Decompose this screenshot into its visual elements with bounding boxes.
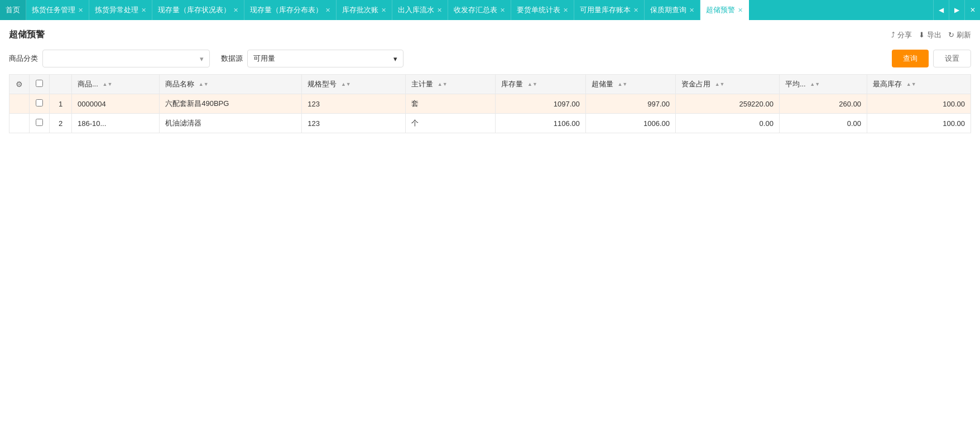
close-recv-send[interactable]: ✕ bbox=[500, 7, 505, 14]
row-code: 0000004 bbox=[72, 94, 160, 114]
nav-inventory-batch[interactable]: 库存批次账 ✕ bbox=[337, 0, 392, 20]
row-checkbox[interactable] bbox=[36, 119, 43, 126]
row-spec: 123 bbox=[302, 114, 406, 133]
category-select[interactable]: ▾ bbox=[42, 50, 210, 67]
row-gear-cell bbox=[9, 114, 30, 133]
row-gear-cell bbox=[9, 94, 30, 114]
row-num: 1 bbox=[50, 94, 72, 114]
th-capital[interactable]: 资金占用 ▲▼ bbox=[676, 75, 780, 94]
sort-max-stock-icon: ▲▼ bbox=[906, 82, 916, 87]
nav-inventory-status[interactable]: 现存量（库存状况表） ✕ bbox=[152, 0, 244, 20]
row-unit: 个 bbox=[406, 114, 496, 133]
row-max-stock: 100.00 bbox=[867, 94, 971, 114]
th-num bbox=[50, 75, 72, 94]
datasource-label: 数据源 bbox=[221, 54, 243, 64]
nav-inout-flow[interactable]: 出入库流水 ✕ bbox=[392, 0, 448, 20]
row-avg: 260.00 bbox=[779, 94, 867, 114]
sort-unit-icon: ▲▼ bbox=[438, 82, 448, 87]
sort-overflow-icon: ▲▼ bbox=[617, 82, 627, 87]
row-unit: 套 bbox=[406, 94, 496, 114]
sort-stock-icon: ▲▼ bbox=[527, 82, 537, 87]
filter-actions: 查询 设置 bbox=[892, 50, 971, 67]
th-avg[interactable]: 平均... ▲▼ bbox=[779, 75, 867, 94]
row-checkbox-cell[interactable] bbox=[30, 114, 50, 133]
nav-next-btn[interactable]: ▶ bbox=[949, 0, 964, 20]
share-icon: ⤴ bbox=[891, 31, 895, 39]
nav-home[interactable]: 首页 bbox=[0, 0, 26, 20]
th-checkbox[interactable] bbox=[30, 75, 50, 94]
category-dropdown-icon: ▾ bbox=[200, 55, 204, 63]
settings-button[interactable]: 设置 bbox=[933, 50, 971, 67]
header-actions: ⤴ 分享 ⬇ 导出 ↻ 刷新 bbox=[891, 30, 971, 40]
row-avg: 0.00 bbox=[779, 114, 867, 133]
data-table: ⚙ 商品... ▲▼ 商品名称 ▲▼ 规格型号 ▲▼ bbox=[9, 74, 971, 133]
datasource-select[interactable]: 可用量 ▾ bbox=[247, 50, 403, 67]
sort-capital-icon: ▲▼ bbox=[715, 82, 725, 87]
close-inventory-status[interactable]: ✕ bbox=[233, 7, 238, 14]
row-overflow: 997.00 bbox=[585, 94, 675, 114]
sort-avg-icon: ▲▼ bbox=[810, 82, 820, 87]
close-inventory-dist[interactable]: ✕ bbox=[325, 7, 330, 14]
th-overflow[interactable]: 超储量 ▲▼ bbox=[585, 75, 675, 94]
export-btn[interactable]: ⬇ 导出 bbox=[919, 30, 941, 40]
close-inventory-batch[interactable]: ✕ bbox=[381, 7, 386, 14]
share-btn[interactable]: ⤴ 分享 bbox=[891, 30, 912, 40]
table-row: 2 186-10... 机油滤清器 123 个 1106.00 1006.00 … bbox=[9, 114, 971, 133]
nav-pick-task[interactable]: 拣货任务管理 ✕ bbox=[26, 0, 89, 20]
row-capital: 259220.00 bbox=[676, 94, 780, 114]
sort-spec-icon: ▲▼ bbox=[341, 82, 351, 87]
row-spec: 123 bbox=[302, 94, 406, 114]
page-title: 超储预警 bbox=[9, 29, 45, 41]
table-row: 1 0000004 六配套新昌490BPG 123 套 1097.00 997.… bbox=[9, 94, 971, 114]
refresh-btn[interactable]: ↻ 刷新 bbox=[948, 30, 971, 40]
row-max-stock: 100.00 bbox=[867, 114, 971, 133]
export-icon: ⬇ bbox=[919, 31, 925, 39]
th-code[interactable]: 商品... ▲▼ bbox=[72, 75, 160, 94]
close-expiry-query[interactable]: ✕ bbox=[689, 7, 694, 14]
nav-overstock-warning[interactable]: 超储预警 ✕ bbox=[700, 0, 749, 20]
nav-available-ledger[interactable]: 可用量库存账本 ✕ bbox=[574, 0, 645, 20]
th-spec[interactable]: 规格型号 ▲▼ bbox=[302, 75, 406, 94]
page-header: 超储预警 ⤴ 分享 ⬇ 导出 ↻ 刷新 bbox=[9, 29, 971, 41]
query-button[interactable]: 查询 bbox=[892, 50, 929, 67]
row-stock: 1097.00 bbox=[496, 94, 585, 114]
nav-pick-exception[interactable]: 拣货异常处理 ✕ bbox=[89, 0, 152, 20]
th-gear[interactable]: ⚙ bbox=[9, 75, 30, 94]
nav-order-stat[interactable]: 要货单统计表 ✕ bbox=[511, 0, 574, 20]
th-stock[interactable]: 库存量 ▲▼ bbox=[496, 75, 585, 94]
row-code: 186-10... bbox=[72, 114, 160, 133]
nav-arrows: ◀ ▶ ✕ bbox=[933, 0, 980, 20]
refresh-icon: ↻ bbox=[948, 31, 954, 39]
nav-close-btn[interactable]: ✕ bbox=[964, 0, 980, 20]
row-name: 机油滤清器 bbox=[160, 114, 302, 133]
filter-row: 商品分类 ▾ 数据源 可用量 ▾ 查询 设置 bbox=[9, 50, 971, 67]
th-name[interactable]: 商品名称 ▲▼ bbox=[160, 75, 302, 94]
table-header-row: ⚙ 商品... ▲▼ 商品名称 ▲▼ 规格型号 ▲▼ bbox=[9, 75, 971, 94]
select-all-checkbox[interactable] bbox=[36, 80, 43, 87]
category-filter: 商品分类 ▾ bbox=[9, 50, 210, 67]
row-checkbox-cell[interactable] bbox=[30, 94, 50, 114]
nav-recv-send[interactable]: 收发存汇总表 ✕ bbox=[448, 0, 511, 20]
th-max-stock[interactable]: 最高库存 ▲▼ bbox=[867, 75, 971, 94]
sort-code-icon: ▲▼ bbox=[102, 82, 112, 87]
datasource-select-value: 可用量 bbox=[253, 54, 275, 64]
page-content: 超储预警 ⤴ 分享 ⬇ 导出 ↻ 刷新 商品分类 ▾ bbox=[0, 20, 980, 446]
sort-name-icon: ▲▼ bbox=[199, 82, 209, 87]
nav-expiry-query[interactable]: 保质期查询 ✕ bbox=[645, 0, 700, 20]
category-label: 商品分类 bbox=[9, 54, 38, 64]
row-num: 2 bbox=[50, 114, 72, 133]
th-unit[interactable]: 主计量 ▲▼ bbox=[406, 75, 496, 94]
close-pick-task[interactable]: ✕ bbox=[78, 7, 83, 14]
row-checkbox[interactable] bbox=[36, 99, 43, 106]
close-available-ledger[interactable]: ✕ bbox=[633, 7, 638, 14]
close-inout-flow[interactable]: ✕ bbox=[437, 7, 442, 14]
row-capital: 0.00 bbox=[676, 114, 780, 133]
nav-prev-btn[interactable]: ◀ bbox=[933, 0, 949, 20]
close-pick-exception[interactable]: ✕ bbox=[141, 7, 146, 14]
row-name: 六配套新昌490BPG bbox=[160, 94, 302, 114]
gear-icon[interactable]: ⚙ bbox=[16, 80, 23, 89]
row-overflow: 1006.00 bbox=[585, 114, 675, 133]
nav-inventory-dist[interactable]: 现存量（库存分布表） ✕ bbox=[244, 0, 337, 20]
close-overstock-warning[interactable]: ✕ bbox=[738, 7, 743, 14]
close-order-stat[interactable]: ✕ bbox=[563, 7, 568, 14]
